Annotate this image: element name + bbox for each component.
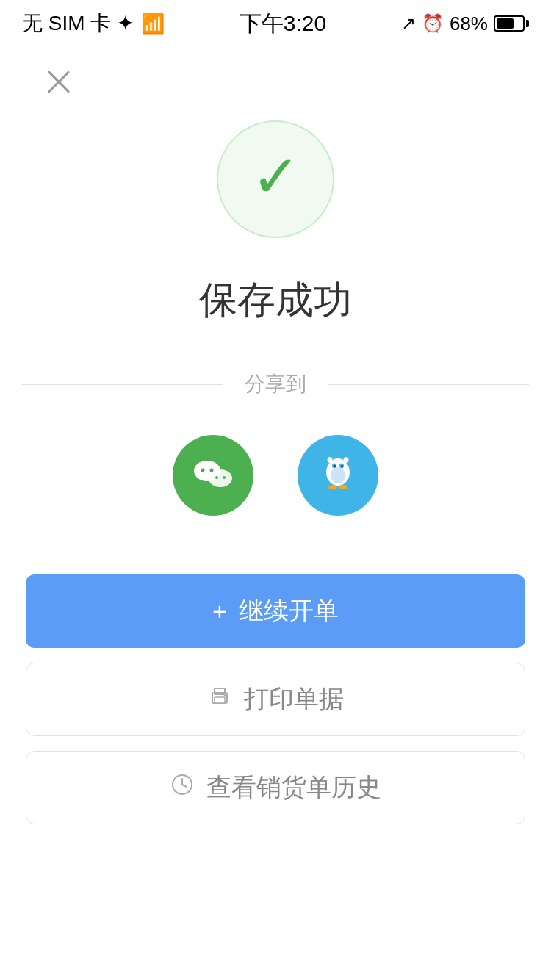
svg-point-10 bbox=[334, 465, 336, 467]
history-button[interactable]: 查看销货单历史 bbox=[26, 751, 525, 824]
svg-line-24 bbox=[182, 785, 187, 787]
share-line-left bbox=[22, 384, 223, 385]
share-icons bbox=[173, 435, 378, 516]
print-label: 打印单据 bbox=[244, 682, 344, 716]
svg-point-11 bbox=[341, 465, 343, 467]
status-right: ↗ ⏰ 68% bbox=[401, 12, 529, 35]
continue-order-label: 继续开单 bbox=[239, 594, 339, 628]
status-time: 下午3:20 bbox=[240, 9, 326, 39]
print-button[interactable]: 打印单据 bbox=[26, 663, 525, 736]
printer-icon bbox=[207, 684, 232, 715]
svg-point-5 bbox=[223, 476, 226, 479]
history-label: 查看销货单历史 bbox=[206, 771, 381, 804]
main-content: ✓ 保存成功 分享到 bbox=[0, 47, 551, 824]
svg-point-3 bbox=[209, 468, 213, 472]
svg-point-2 bbox=[201, 468, 204, 472]
share-label: 分享到 bbox=[245, 370, 306, 398]
qq-share-button[interactable] bbox=[298, 435, 378, 516]
battery-percent: 68% bbox=[450, 12, 488, 35]
action-buttons: + 继续开单 打印单据 查看销货单历史 bbox=[26, 574, 525, 824]
success-circle: ✓ bbox=[217, 120, 334, 238]
close-x-icon bbox=[44, 66, 73, 96]
svg-point-15 bbox=[339, 485, 347, 489]
sim-label: 无 SIM 卡 ✦ bbox=[22, 10, 134, 37]
status-bar: 无 SIM 卡 ✦ 📶 下午3:20 ↗ ⏰ 68% bbox=[0, 0, 551, 47]
svg-point-4 bbox=[215, 476, 218, 479]
wifi-icon: 📶 bbox=[141, 12, 165, 35]
wechat-share-button[interactable] bbox=[173, 435, 253, 516]
battery-icon bbox=[494, 15, 529, 32]
qq-icon bbox=[316, 453, 360, 497]
success-title: 保存成功 bbox=[199, 275, 352, 326]
svg-point-17 bbox=[344, 457, 349, 463]
close-button[interactable] bbox=[37, 59, 81, 103]
wechat-icon bbox=[190, 452, 237, 500]
continue-order-button[interactable]: + 继续开单 bbox=[26, 574, 525, 648]
share-section: 分享到 bbox=[0, 370, 551, 398]
checkmark-icon: ✓ bbox=[251, 148, 300, 206]
share-line-right bbox=[328, 384, 529, 385]
svg-point-21 bbox=[224, 695, 226, 697]
alarm-icon: ⏰ bbox=[422, 13, 444, 34]
location-icon: ↗ bbox=[401, 13, 416, 34]
svg-point-16 bbox=[328, 457, 333, 463]
plus-icon: + bbox=[212, 597, 227, 626]
status-left: 无 SIM 卡 ✦ 📶 bbox=[22, 10, 165, 37]
svg-point-13 bbox=[331, 467, 345, 483]
svg-rect-19 bbox=[215, 697, 225, 703]
clock-icon bbox=[170, 772, 195, 803]
svg-point-14 bbox=[328, 485, 337, 489]
svg-point-1 bbox=[209, 469, 232, 487]
